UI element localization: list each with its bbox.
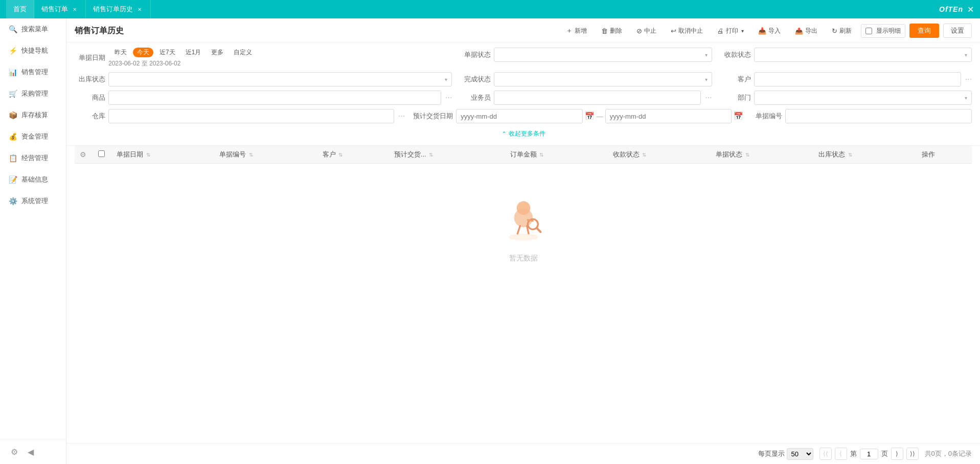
- prev-page-button[interactable]: ⟨: [835, 448, 847, 460]
- pill-7days[interactable]: 近7天: [155, 48, 179, 57]
- goods-more-icon[interactable]: ···: [445, 93, 452, 102]
- delivery-from-cal-icon[interactable]: 📅: [585, 112, 595, 121]
- warehouse-label: 仓库: [75, 112, 105, 121]
- th-doc-date-label: 单据日期: [117, 150, 143, 158]
- stop-button[interactable]: ⊘ 中止: [631, 25, 662, 37]
- sort-ship-status-icon[interactable]: ⇅: [848, 152, 852, 158]
- sidebar-item-search-menu[interactable]: 🔍 搜索菜单: [0, 18, 66, 40]
- delivery-date-from[interactable]: [456, 109, 583, 123]
- filter-row-1: 单据日期 昨天 今天 近7天 近1月 更多 自定义 2023-06-02 至 2…: [75, 48, 972, 68]
- filter-row-2: 出库状态 ▾ 完成状态 ▾ 客户 ···: [75, 72, 972, 86]
- sort-customer-icon[interactable]: ⇅: [338, 152, 343, 158]
- ship-status-select[interactable]: ▾: [108, 72, 452, 86]
- show-detail-button[interactable]: 显示明细: [861, 24, 905, 38]
- customer-more-icon[interactable]: ···: [965, 75, 972, 84]
- select-all-checkbox[interactable]: [98, 150, 105, 157]
- sort-doc-status-icon[interactable]: ⇅: [745, 152, 749, 158]
- tab-sales-order-history-close[interactable]: ✕: [136, 6, 143, 13]
- per-page-label: 每页显示: [758, 449, 785, 458]
- ship-status-dropdown[interactable]: [113, 76, 447, 83]
- dept-select[interactable]: ▾: [754, 91, 972, 105]
- goods-input[interactable]: [108, 91, 441, 105]
- collapse-row[interactable]: ⌃ 收起更多条件: [75, 127, 972, 140]
- pill-more[interactable]: 更多: [207, 48, 227, 57]
- th-order-amount: 订单金额 ⇅: [505, 146, 608, 164]
- salesman-more-icon[interactable]: ···: [705, 93, 712, 102]
- pill-today[interactable]: 今天: [133, 48, 153, 57]
- next-page-button[interactable]: ⟩: [891, 448, 903, 460]
- pill-yesterday[interactable]: 昨天: [110, 48, 131, 57]
- delete-label: 删除: [610, 27, 622, 35]
- sales-mgmt-icon: 📊: [8, 68, 17, 77]
- pill-custom[interactable]: 自定义: [230, 48, 256, 57]
- sidebar-item-business-mgmt[interactable]: 📋 经营管理: [0, 147, 66, 169]
- customer-input[interactable]: [754, 72, 961, 86]
- refresh-button[interactable]: ↻ 刷新: [827, 25, 857, 37]
- current-page-input[interactable]: [860, 449, 878, 459]
- doc-status-dropdown[interactable]: [498, 51, 707, 59]
- tab-sales-order-history[interactable]: 销售订单历史 ✕: [86, 0, 151, 18]
- sidebar-item-quick-nav[interactable]: ⚡ 快捷导航: [0, 40, 66, 61]
- warehouse-more-icon[interactable]: ···: [398, 112, 405, 121]
- sidebar-item-system-mgmt[interactable]: ⚙️ 系统管理: [0, 190, 66, 212]
- payment-status-dropdown[interactable]: [759, 51, 967, 59]
- expected-delivery-label: 预计交货日期: [413, 112, 453, 121]
- sidebar-item-sales-mgmt[interactable]: 📊 销售管理: [0, 61, 66, 83]
- sidebar-item-finance-mgmt[interactable]: 💰 资金管理: [0, 126, 66, 147]
- tab-home[interactable]: 首页: [6, 0, 34, 18]
- ship-status-label: 出库状态: [75, 75, 105, 84]
- complete-status-select[interactable]: ▾: [494, 72, 712, 86]
- show-detail-checkbox[interactable]: [865, 28, 872, 34]
- cancel-stop-button[interactable]: ↩ 取消中止: [666, 25, 708, 37]
- topbar-close-icon[interactable]: ✕: [967, 5, 974, 14]
- sort-doc-no-icon[interactable]: ⇅: [249, 152, 253, 158]
- settings-button[interactable]: 设置: [943, 24, 972, 38]
- sort-order-amount-icon[interactable]: ⇅: [539, 152, 543, 158]
- sort-payment-status-icon[interactable]: ⇅: [642, 152, 646, 158]
- delivery-date-to[interactable]: [605, 109, 732, 123]
- doc-no-input[interactable]: [785, 109, 972, 123]
- print-button[interactable]: 🖨 打印: [712, 25, 749, 37]
- salesman-label: 业务员: [460, 93, 491, 102]
- import-button[interactable]: 📥 导入: [753, 25, 786, 37]
- first-page-button[interactable]: ⟨⟨: [819, 448, 832, 460]
- doc-status-select[interactable]: ▾: [494, 48, 712, 62]
- sidebar-item-business-mgmt-label: 经营管理: [21, 153, 48, 163]
- th-ship-status-label: 出库状态: [818, 150, 845, 158]
- th-customer: 客户 ⇅: [317, 146, 389, 164]
- last-page-button[interactable]: ⟩⟩: [906, 448, 919, 460]
- sidebar-item-base-info[interactable]: 📝 基础信息: [0, 169, 66, 190]
- sidebar-item-system-mgmt-label: 系统管理: [21, 196, 48, 206]
- add-button[interactable]: ＋ 新增: [561, 24, 592, 37]
- query-button[interactable]: 查询: [909, 24, 939, 38]
- table-settings-button[interactable]: ⚙: [80, 150, 86, 159]
- export-button[interactable]: 📤 导出: [790, 25, 823, 37]
- sidebar-item-purchase-mgmt[interactable]: 🛒 采购管理: [0, 83, 66, 104]
- th-settings: ⚙: [75, 146, 93, 164]
- refresh-label: 刷新: [839, 27, 852, 35]
- tab-sales-order[interactable]: 销售订单 ✕: [34, 0, 86, 18]
- empty-text: 暂无数据: [509, 254, 538, 263]
- per-page-dropdown[interactable]: 10 20 50 100: [787, 448, 813, 460]
- salesman-input[interactable]: [494, 91, 701, 105]
- import-icon: 📥: [758, 27, 766, 35]
- sidebar-item-inventory-check[interactable]: 📦 库存核算: [0, 104, 66, 126]
- complete-status-dropdown[interactable]: [498, 76, 707, 83]
- sidebar-collapse-icon[interactable]: ◀: [25, 446, 37, 458]
- finance-mgmt-icon: 💰: [8, 132, 17, 141]
- filter-area: 单据日期 昨天 今天 近7天 近1月 更多 自定义 2023-06-02 至 2…: [66, 42, 980, 146]
- warehouse-input[interactable]: [108, 109, 394, 123]
- payment-status-select[interactable]: ▾: [754, 48, 972, 62]
- dept-dropdown[interactable]: [759, 94, 967, 102]
- tab-sales-order-close[interactable]: ✕: [71, 6, 78, 13]
- pill-1month[interactable]: 近1月: [181, 48, 206, 57]
- date-dash: —: [597, 113, 603, 120]
- delivery-to-cal-icon[interactable]: 📅: [734, 112, 743, 121]
- collapse-text: 收起更多条件: [509, 129, 545, 138]
- delete-icon: 🗑: [601, 27, 608, 35]
- sort-expected-delivery-icon[interactable]: ⇅: [429, 152, 433, 158]
- sort-doc-date-icon[interactable]: ⇅: [146, 152, 150, 158]
- delete-button[interactable]: 🗑 删除: [596, 25, 627, 37]
- brand-label: OfTEn: [939, 5, 963, 13]
- sidebar-settings-icon[interactable]: ⚙: [8, 446, 20, 458]
